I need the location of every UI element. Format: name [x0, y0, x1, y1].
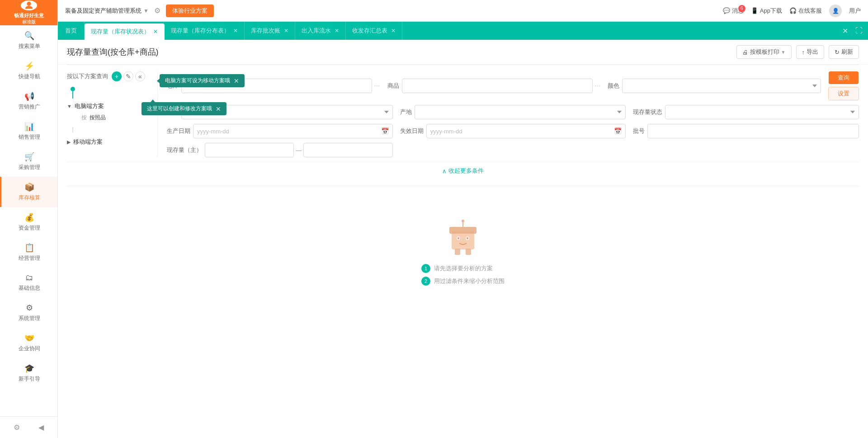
sidebar-item-operation[interactable]: 📋 经营管理 — [0, 237, 57, 268]
sidebar-item-finance[interactable]: 💰 资金管理 — [0, 207, 57, 237]
batch-input-wrap — [647, 124, 859, 138]
expiry-date-input-wrap: yyyy-mm-dd 📅 — [426, 124, 626, 138]
system-name: 装备及固定资产辅助管理系统 — [65, 7, 142, 15]
expiry-date-field: 失效日期 yyyy-mm-dd 📅 — [400, 124, 626, 138]
tab-batch-label: 库存批次账 — [251, 27, 280, 35]
prod-date-input[interactable]: yyyy-mm-dd 📅 — [193, 124, 393, 138]
tab-close-5[interactable]: ✕ — [391, 28, 396, 34]
print-icon: 🖨 — [742, 49, 748, 56]
stock-qty-max-input[interactable] — [303, 143, 392, 157]
origin-label: 产地 — [400, 108, 412, 116]
svg-point-5 — [458, 237, 459, 239]
filter-header: 按以下方案查询 + ✎ « — [67, 71, 157, 81]
dropdown-icon: ▼ — [143, 8, 149, 14]
add-scheme-btn[interactable]: + — [112, 71, 122, 81]
collapse-label: 收起更多条件 — [448, 167, 484, 175]
sidebar: 畅通好好生意 标准版 🔍 搜索菜单 ⚡ 快捷导航 📢 营销推广 📊 销售管理 🛒… — [0, 0, 58, 438]
system-icon: ⚙ — [26, 303, 33, 313]
export-btn[interactable]: ↑ 导出 — [796, 45, 825, 59]
pc-scheme-name[interactable]: 电脑端方案 — [75, 102, 104, 110]
mobile-scheme-name[interactable]: 移动端方案 — [73, 138, 103, 146]
main-area: 装备及固定资产辅助管理系统 ▼ ⚙ 体验行业方案 💬 消息 6 📱 App下载 … — [58, 0, 868, 438]
prod-date-label: 生产日期 — [167, 127, 190, 135]
sidebar-item-inventory[interactable]: 📦 库存核算 — [0, 177, 57, 207]
tab-batch[interactable]: 库存批次账 ✕ — [245, 22, 295, 40]
separator-dots — [71, 127, 157, 132]
refresh-btn[interactable]: ↻ 刷新 — [829, 45, 859, 59]
sidebar-item-guide[interactable]: 🎓 新手引导 — [0, 358, 57, 388]
sidebar-item-search[interactable]: 🔍 搜索菜单 — [0, 25, 57, 56]
app-download-btn[interactable]: 📱 App下载 — [751, 7, 782, 15]
prod-calendar-icon: 📅 — [381, 127, 389, 135]
username[interactable]: 用户 — [849, 7, 861, 15]
tab-stock-dist[interactable]: 现存量（库存分布表） ✕ — [165, 22, 245, 40]
tooltip-2-close[interactable]: ✕ — [216, 105, 221, 113]
sidebar-item-nav[interactable]: ⚡ 快捷导航 — [0, 56, 57, 86]
tab-close-1[interactable]: ✕ — [153, 28, 158, 35]
reset-button[interactable]: 设置 — [828, 87, 859, 100]
step-1-num: 1 — [421, 264, 430, 273]
sidebar-item-collab[interactable]: 🤝 企业协同 — [0, 328, 57, 358]
avatar[interactable]: 👤 — [829, 5, 842, 17]
scheme-tooltip-2: 这里可以创建和修改方案哦 ✕ — [142, 102, 226, 115]
goods-dots[interactable]: ··· — [594, 82, 600, 89]
origin-field: 产地 — [400, 105, 626, 119]
headset-icon: 🎧 — [789, 7, 797, 14]
tab-home[interactable]: 首页 — [58, 22, 85, 40]
edit-scheme-btn[interactable]: ✎ — [123, 71, 133, 81]
stock-status-select[interactable] — [665, 105, 859, 119]
experience-button[interactable]: 体验行业方案 — [166, 5, 214, 17]
empty-illustration — [440, 213, 486, 259]
tab-close-2[interactable]: ✕ — [233, 28, 238, 34]
print-btn[interactable]: 🖨 按模板打印 ▼ — [736, 45, 792, 59]
expiry-date-input[interactable]: yyyy-mm-dd 📅 — [426, 124, 626, 138]
sidebar-item-marketing[interactable]: 📢 营销推广 — [0, 86, 57, 116]
prod-date-placeholder: yyyy-mm-dd — [197, 128, 229, 135]
tab-close-all-icon[interactable]: ✕ — [840, 25, 850, 37]
sidebar-item-sales[interactable]: 📊 销售管理 — [0, 116, 57, 146]
tab-summary[interactable]: 收发存汇总表 ✕ — [346, 22, 402, 40]
sidebar-item-label: 基础信息 — [19, 284, 40, 292]
search-button[interactable]: 查询 — [829, 71, 859, 84]
header-right: 💬 消息 6 📱 App下载 🎧 在线客服 👤 用户 — [723, 5, 861, 17]
sub-item-label: 按 — [81, 114, 87, 122]
stock-status-label: 现存量状态 — [633, 108, 662, 116]
tab-stock-status[interactable]: 现存量（库存状况表） ✕ — [85, 24, 165, 40]
tab-expand-icon[interactable]: ⛶ — [854, 25, 864, 37]
warehouse-dots[interactable]: ··· — [374, 82, 380, 89]
collapse-btn[interactable]: ◀ — [37, 421, 46, 433]
color-select[interactable] — [622, 79, 821, 93]
tab-close-3[interactable]: ✕ — [284, 28, 288, 34]
origin-select[interactable] — [415, 105, 626, 119]
tooltip-1-close[interactable]: ✕ — [234, 77, 239, 85]
guide-icon: 🎓 — [24, 363, 34, 373]
tab-bar-actions: ✕ ⛶ — [837, 25, 868, 37]
expiry-calendar-icon: 📅 — [614, 127, 622, 135]
stock-qty-input-wrap: — — [205, 143, 393, 157]
system-title[interactable]: 装备及固定资产辅助管理系统 ▼ — [65, 7, 149, 15]
sidebar-item-label: 经营管理 — [19, 254, 40, 262]
empty-state: 1 请先选择要分析的方案 2 用过滤条件来缩小分析范围 — [58, 186, 868, 313]
batch-input[interactable] — [647, 124, 859, 138]
sidebar-item-purchase[interactable]: 🛒 采购管理 — [0, 146, 57, 177]
sidebar-item-system[interactable]: ⚙ 系统管理 — [0, 297, 57, 328]
goods-input[interactable] — [402, 79, 593, 93]
tab-stock-dist-label: 现存量（库存分布表） — [171, 27, 230, 35]
search-icon: 🔍 — [24, 31, 34, 41]
sidebar-item-basic[interactable]: 🗂 基础信息 — [0, 268, 57, 297]
stock-qty-min-input[interactable] — [205, 143, 294, 157]
sub-item-name[interactable]: 按照品 — [90, 114, 106, 122]
tab-close-4[interactable]: ✕ — [335, 28, 339, 34]
settings-btn[interactable]: ⚙ — [12, 421, 22, 433]
sidebar-item-label: 快捷导航 — [19, 73, 40, 80]
goods-input-wrap: ··· — [402, 79, 601, 93]
notification-btn[interactable]: 💬 消息 6 — [723, 7, 744, 15]
message-icon: 💬 — [723, 7, 730, 14]
prod-date-field: 生产日期 yyyy-mm-dd 📅 — [167, 124, 393, 138]
sidebar-item-label: 采购管理 — [19, 164, 40, 171]
back-scheme-btn[interactable]: « — [135, 71, 145, 81]
online-support-btn[interactable]: 🎧 在线客服 — [789, 7, 822, 15]
tab-flow[interactable]: 出入库流水 ✕ — [295, 22, 346, 40]
collapse-bar[interactable]: ∧ 收起更多条件 — [67, 162, 859, 179]
settings-gear-icon[interactable]: ⚙ — [154, 6, 160, 15]
